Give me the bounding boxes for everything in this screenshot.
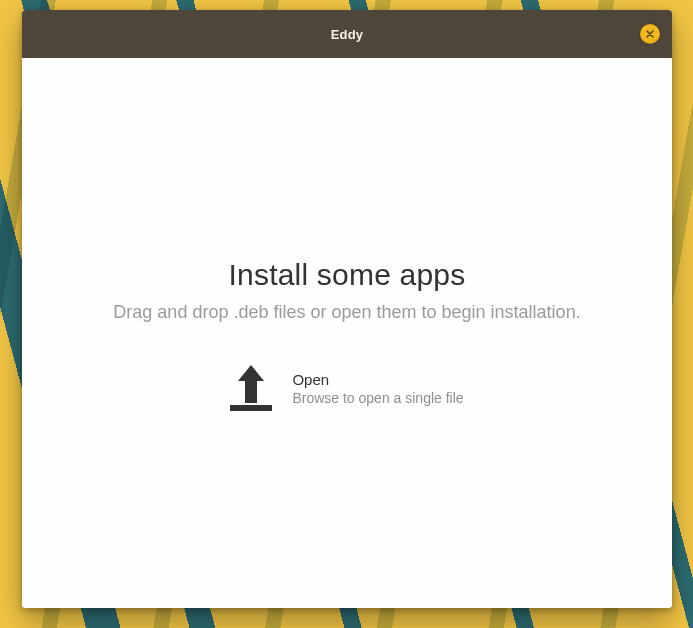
close-icon [645, 29, 655, 39]
headline: Install some apps [229, 258, 466, 292]
titlebar[interactable]: Eddy [22, 10, 672, 58]
close-button[interactable] [640, 24, 660, 44]
svg-rect-0 [230, 405, 272, 411]
open-title: Open [292, 371, 463, 388]
open-file-button[interactable]: Open Browse to open a single file [230, 365, 463, 411]
window-title: Eddy [331, 27, 364, 42]
svg-marker-2 [238, 365, 264, 381]
upload-icon [230, 365, 272, 411]
svg-rect-1 [245, 379, 257, 403]
subheadline: Drag and drop .deb files or open them to… [113, 302, 580, 323]
app-window: Eddy Install some apps Drag and drop .de… [22, 10, 672, 608]
open-description: Browse to open a single file [292, 390, 463, 406]
open-text-group: Open Browse to open a single file [292, 371, 463, 406]
content-area[interactable]: Install some apps Drag and drop .deb fil… [22, 58, 672, 608]
